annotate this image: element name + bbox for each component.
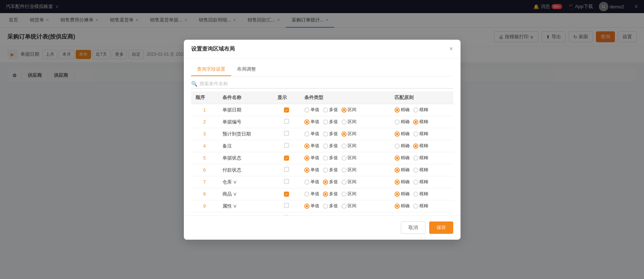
- modal-tabs: 查询字段设置 布局调整: [191, 59, 453, 76]
- modal-close-btn[interactable]: ×: [449, 46, 453, 52]
- modal-header: 设置查询区域布局 ×: [184, 40, 461, 59]
- modal-search-bar: 🔍: [191, 81, 453, 89]
- modal-title: 设置查询区域布局: [191, 46, 235, 52]
- search-input[interactable]: [199, 81, 272, 86]
- modal-tab-layout[interactable]: 布局调整: [231, 63, 262, 76]
- settings-modal: 设置查询区域布局 × 查询字段设置 布局调整 🔍 顺序: [184, 40, 461, 89]
- modal-tab-query-fields[interactable]: 查询字段设置: [191, 63, 231, 76]
- modal-overlay: 设置查询区域布局 × 查询字段设置 布局调整 🔍 顺序: [0, 0, 644, 89]
- modal-body: 查询字段设置 布局调整 🔍 顺序 条件名称 显示 条件类型: [184, 59, 461, 89]
- search-icon: 🔍: [191, 81, 197, 87]
